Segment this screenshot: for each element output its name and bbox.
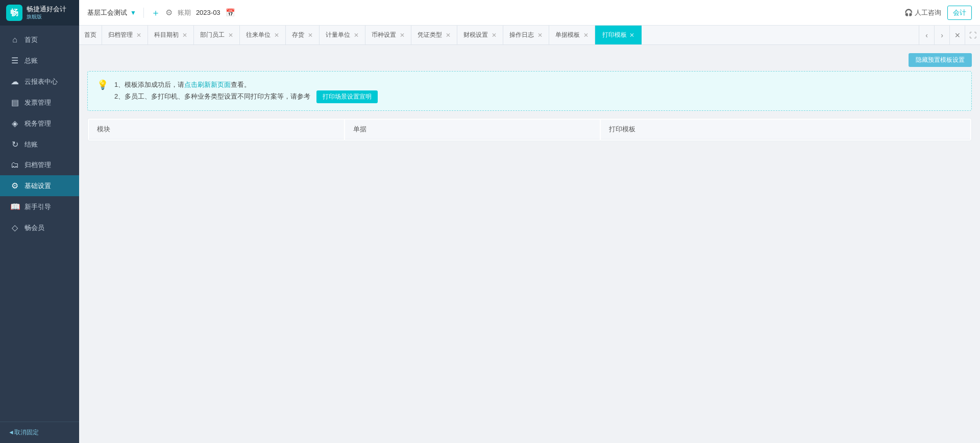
accountant-button[interactable]: 会计 bbox=[947, 6, 972, 20]
archive-icon: 🗂 bbox=[10, 160, 19, 170]
tab-label: 操作日志 bbox=[509, 31, 534, 39]
tab-label: 币种设置 bbox=[372, 31, 396, 39]
col-module: 模块 bbox=[89, 120, 344, 139]
tab-tax-settings[interactable]: 财税设置 ✕ bbox=[457, 26, 503, 44]
tab-label: 财税设置 bbox=[463, 31, 488, 39]
sidebar-item-home[interactable]: ⌂ 首页 bbox=[0, 30, 79, 50]
tab-close-icon[interactable]: ✕ bbox=[400, 32, 405, 39]
headset-icon: 🎧 bbox=[904, 9, 913, 16]
app-title: 畅捷通好会计 bbox=[27, 5, 66, 14]
sidebar-nav: ⌂ 首页 ☰ 总账 ☁ 云报表中心 ▤ 发票管理 ◈ 税务管理 ↻ 结账 🗂 归… bbox=[0, 26, 79, 422]
tab-close-icon[interactable]: ✕ bbox=[629, 32, 634, 39]
sidebar-item-label: 发票管理 bbox=[24, 98, 51, 107]
sidebar-item-settings[interactable]: ⚙ 基础设置 bbox=[0, 175, 79, 196]
settings-gear-icon[interactable]: ⚙ bbox=[165, 8, 173, 17]
tab-archive-mgmt[interactable]: 归档管理 ✕ bbox=[102, 26, 148, 44]
tab-label: 计量单位 bbox=[326, 31, 350, 39]
sidebar-item-label: 归档管理 bbox=[24, 160, 51, 170]
refresh-link[interactable]: 点击刷新新页面 bbox=[184, 81, 231, 88]
sidebar-item-label: 畅会员 bbox=[24, 223, 44, 232]
topbar-right: 🎧 人工咨询 会计 bbox=[904, 6, 972, 20]
tab-label: 存货 bbox=[292, 31, 304, 39]
support-button[interactable]: 🎧 人工咨询 bbox=[904, 8, 941, 17]
hide-setting-button[interactable]: 隐藏预置模板设置 bbox=[909, 53, 972, 67]
sidebar-item-label: 结账 bbox=[24, 140, 38, 149]
cloud-icon: ☁ bbox=[10, 77, 19, 86]
sidebar-logo: 畅 畅捷通好会计 旗舰版 bbox=[0, 0, 79, 26]
sidebar-item-label: 云报表中心 bbox=[24, 77, 58, 86]
tab-close-icon[interactable]: ✕ bbox=[136, 32, 141, 39]
col-receipt: 单据 bbox=[345, 120, 600, 139]
notice-text: 1、模板添加成功后，请点击刷新新页面查看。 2、多员工、多打印机、多种业务类型设… bbox=[114, 79, 378, 103]
guide-icon: 📖 bbox=[10, 202, 19, 212]
period-label: 账期 bbox=[178, 8, 191, 17]
sidebar-item-checkout[interactable]: ↻ 结账 bbox=[0, 134, 79, 155]
tab-close-icon[interactable]: ✕ bbox=[537, 32, 543, 39]
tab-close-icon[interactable]: ✕ bbox=[308, 32, 313, 39]
sidebar-item-tax[interactable]: ◈ 税务管理 bbox=[0, 113, 79, 134]
calendar-icon[interactable]: 📅 bbox=[226, 8, 235, 17]
topbar: 基层工会测试 ▼ ＋ ⚙ 账期 2023-03 📅 🎧 人工咨询 会计 bbox=[79, 0, 980, 26]
tab-label: 首页 bbox=[84, 31, 96, 39]
tab-currency[interactable]: 币种设置 ✕ bbox=[365, 26, 411, 44]
tab-op-log[interactable]: 操作日志 ✕ bbox=[503, 26, 549, 44]
tab-close-icon[interactable]: ✕ bbox=[446, 32, 451, 39]
sidebar-item-archive[interactable]: 🗂 归档管理 bbox=[0, 155, 79, 175]
unpin-button[interactable]: ◄取消固定 bbox=[0, 422, 79, 443]
tab-close-icon[interactable]: ✕ bbox=[182, 32, 187, 39]
explain-button[interactable]: 打印场景设置宣明 bbox=[316, 90, 378, 103]
sidebar-item-guide[interactable]: 📖 新手引导 bbox=[0, 196, 79, 217]
tab-customer-vendor[interactable]: 往来单位 ✕ bbox=[240, 26, 286, 44]
sidebar-item-label: 新手引导 bbox=[24, 202, 51, 212]
tab-voucher-type[interactable]: 凭证类型 ✕ bbox=[411, 26, 457, 44]
print-template-table: 模块 单据 打印模板 bbox=[87, 118, 972, 141]
tab-close-all-button[interactable]: ✕ bbox=[949, 26, 965, 45]
bulb-icon: 💡 bbox=[97, 79, 108, 90]
tab-inventory[interactable]: 存货 ✕ bbox=[286, 26, 320, 44]
tab-close-icon[interactable]: ✕ bbox=[228, 32, 233, 39]
notice-line1: 1、模板添加成功后，请点击刷新新页面查看。 bbox=[114, 79, 378, 90]
content-area: 隐藏预置模板设置 💡 1、模板添加成功后，请点击刷新新页面查看。 2、多员工、多… bbox=[79, 45, 980, 443]
tab-dept-staff[interactable]: 部门员工 ✕ bbox=[194, 26, 240, 44]
project-name: 基层工会测试 bbox=[87, 8, 127, 17]
sidebar-item-cloud-reports[interactable]: ☁ 云报表中心 bbox=[0, 71, 79, 92]
project-selector[interactable]: 基层工会测试 ▼ bbox=[87, 8, 136, 17]
tab-label: 科目期初 bbox=[154, 31, 179, 39]
tax-icon: ◈ bbox=[10, 119, 19, 128]
sidebar-item-invoice[interactable]: ▤ 发票管理 bbox=[0, 92, 79, 113]
tab-subject-init[interactable]: 科目期初 ✕ bbox=[148, 26, 194, 44]
sidebar-item-member[interactable]: ◇ 畅会员 bbox=[0, 217, 79, 238]
period-value: 2023-03 bbox=[196, 9, 220, 16]
member-icon: ◇ bbox=[10, 223, 19, 232]
tab-close-icon[interactable]: ✕ bbox=[274, 32, 279, 39]
tab-print-tpl[interactable]: 打印模板 ✕ bbox=[595, 26, 642, 44]
tab-label: 归档管理 bbox=[108, 31, 133, 39]
tab-label: 部门员工 bbox=[200, 31, 225, 39]
tab-next-button[interactable]: › bbox=[934, 26, 949, 45]
sidebar-item-label: 总账 bbox=[24, 56, 38, 65]
home-icon: ⌂ bbox=[10, 35, 19, 44]
col-print-template: 打印模板 bbox=[601, 120, 970, 139]
chevron-down-icon: ▼ bbox=[130, 9, 136, 16]
tab-fullscreen-button[interactable]: ⛶ bbox=[965, 26, 980, 45]
tabbar: 首页 归档管理 ✕ 科目期初 ✕ 部门员工 ✕ 往来单位 ✕ 存货 ✕ 计量单位… bbox=[79, 26, 980, 45]
sidebar-item-label: 税务管理 bbox=[24, 119, 51, 128]
checkout-icon: ↻ bbox=[10, 139, 19, 149]
tab-label: 单据模板 bbox=[555, 31, 580, 39]
tab-receipt-tpl[interactable]: 单据模板 ✕ bbox=[549, 26, 595, 44]
tab-home[interactable]: 首页 bbox=[79, 26, 102, 44]
tab-close-icon[interactable]: ✕ bbox=[583, 32, 589, 39]
tab-uom[interactable]: 计量单位 ✕ bbox=[320, 26, 365, 44]
sidebar-item-label: 基础设置 bbox=[24, 181, 51, 191]
table-header: 模块 单据 打印模板 bbox=[89, 120, 970, 139]
tab-close-icon[interactable]: ✕ bbox=[492, 32, 497, 39]
tab-prev-button[interactable]: ‹ bbox=[919, 26, 934, 45]
table-header-row: 模块 单据 打印模板 bbox=[89, 120, 970, 139]
app-subtitle: 旗舰版 bbox=[27, 13, 66, 20]
main-area: 基层工会测试 ▼ ＋ ⚙ 账期 2023-03 📅 🎧 人工咨询 会计 首页 归… bbox=[79, 0, 980, 443]
tab-close-icon[interactable]: ✕ bbox=[354, 32, 359, 39]
sidebar-item-ledger[interactable]: ☰ 总账 bbox=[0, 50, 79, 71]
tab-actions: ‹ › ✕ ⛶ bbox=[919, 26, 980, 44]
add-project-icon[interactable]: ＋ bbox=[151, 7, 160, 19]
tab-label: 凭证类型 bbox=[418, 31, 442, 39]
